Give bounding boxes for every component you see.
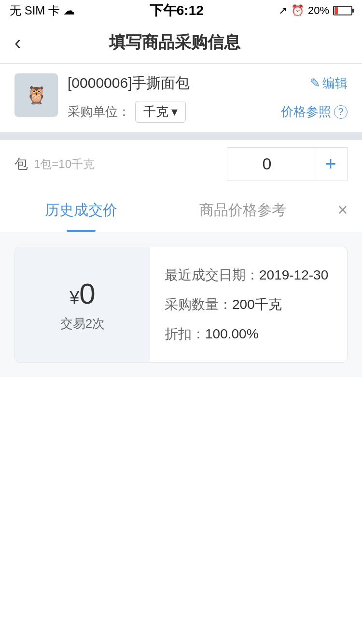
price-reference-button[interactable]: 价格参照 ? xyxy=(281,103,348,120)
alarm-icon: ⏰ xyxy=(291,4,304,17)
unit-conversion-hint: 1包=10千克 xyxy=(34,156,95,172)
chevron-down-icon: ▾ xyxy=(171,104,178,119)
price-card: ¥0 交易2次 最近成交日期：2019-12-30 采购数量：200千克 折扣：… xyxy=(14,247,348,363)
status-right: ↗ ⏰ 20% xyxy=(278,4,352,17)
product-name: [0000006]手撕面包 xyxy=(68,73,190,93)
sim-label: 无 SIM 卡 ☁ xyxy=(10,3,75,18)
bottom-space xyxy=(0,377,362,644)
tabs-section: 历史成交价 商品价格参考 × ¥0 交易2次 最近成交日期：2019-12-30… xyxy=(0,188,362,377)
price-left-panel: ¥0 交易2次 xyxy=(15,247,150,362)
product-info: [0000006]手撕面包 ✎ 编辑 采购单位： 千克 ▾ 价格参照 xyxy=(68,73,348,123)
price-amount: ¥0 xyxy=(70,277,95,310)
quantity-control: + xyxy=(227,147,348,181)
help-icon: ? xyxy=(334,105,348,119)
product-row: 🦉 [0000006]手撕面包 ✎ 编辑 采购单位： 千克 ▾ xyxy=(14,73,348,123)
product-header: [0000006]手撕面包 ✎ 编辑 xyxy=(68,73,348,93)
page-title: 填写商品采购信息 xyxy=(30,31,319,54)
quantity-section: 包 1包=10千克 + xyxy=(0,140,362,188)
unit-value: 千克 xyxy=(143,103,168,120)
unit-row: 采购单位： 千克 ▾ xyxy=(68,101,186,123)
edit-label: 编辑 xyxy=(322,75,348,92)
location-icon: ↗ xyxy=(278,4,287,17)
quantity-input[interactable] xyxy=(227,147,314,181)
discount-label: 折扣： xyxy=(165,326,205,341)
quantity-row: 采购数量：200千克 xyxy=(165,294,333,316)
status-left: 无 SIM 卡 ☁ xyxy=(10,3,75,18)
recent-date-label: 最近成交日期： xyxy=(165,267,259,282)
status-time: 下午6:12 xyxy=(150,1,204,20)
edit-button[interactable]: ✎ 编辑 xyxy=(310,75,348,92)
price-card-area: ¥0 交易2次 最近成交日期：2019-12-30 采购数量：200千克 折扣：… xyxy=(0,232,362,377)
quantity-row-label: 采购数量： xyxy=(165,297,232,312)
back-button[interactable]: ‹ xyxy=(14,33,21,52)
tab-active-indicator xyxy=(67,230,96,232)
price-ref-label: 价格参照 xyxy=(281,103,331,120)
nav-bar: ‹ 填写商品采购信息 xyxy=(0,21,362,64)
recent-date-value: 2019-12-30 xyxy=(259,267,328,282)
discount-value: 100.00% xyxy=(205,326,259,341)
price-right-panel: 最近成交日期：2019-12-30 采购数量：200千克 折扣：100.00% xyxy=(150,247,347,362)
product-logo-icon: 🦉 xyxy=(26,85,47,105)
edit-icon: ✎ xyxy=(310,76,320,91)
section-divider xyxy=(0,132,362,140)
recent-date-row: 最近成交日期：2019-12-30 xyxy=(165,265,333,286)
close-button[interactable]: × xyxy=(323,188,362,232)
tab-product-price-reference[interactable]: 商品价格参考 xyxy=(162,188,323,232)
price-value: 0 xyxy=(79,278,95,310)
currency-symbol: ¥ xyxy=(70,288,79,308)
unit-dropdown[interactable]: 千克 ▾ xyxy=(135,101,186,123)
product-section: 🦉 [0000006]手撕面包 ✎ 编辑 采购单位： 千克 ▾ xyxy=(0,64,362,132)
product-meta: 采购单位： 千克 ▾ 价格参照 ? xyxy=(68,101,348,123)
trade-count: 交易2次 xyxy=(60,315,105,332)
status-bar: 无 SIM 卡 ☁ 下午6:12 ↗ ⏰ 20% xyxy=(0,0,362,21)
battery-percent: 20% xyxy=(308,4,329,17)
tab-history-price-label: 历史成交价 xyxy=(45,200,117,220)
increment-button[interactable]: + xyxy=(314,147,348,181)
discount-row: 折扣：100.00% xyxy=(165,323,333,345)
product-thumbnail: 🦉 xyxy=(14,73,58,117)
tab-product-price-label: 商品价格参考 xyxy=(199,200,286,220)
quantity-label: 包 1包=10千克 xyxy=(14,155,95,173)
unit-badge: 包 xyxy=(14,155,28,173)
unit-label: 采购单位： xyxy=(68,103,130,120)
battery-icon xyxy=(333,6,352,15)
tabs-header: 历史成交价 商品价格参考 × xyxy=(0,188,362,232)
tab-history-price[interactable]: 历史成交价 xyxy=(0,188,162,232)
quantity-row-value: 200千克 xyxy=(232,297,282,312)
